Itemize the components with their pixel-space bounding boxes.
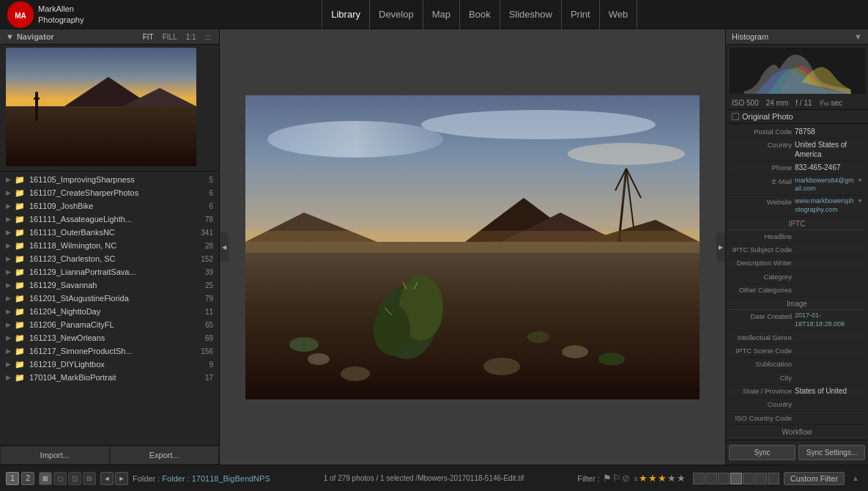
folder-item[interactable]: ▶ 📁 161105_ImprovingSharpness 5: [0, 173, 219, 186]
folder-item-name: 161123_Charleston, SC: [29, 254, 201, 263]
svg-rect-3: [6, 106, 196, 166]
star-2[interactable]: ★: [648, 473, 657, 484]
exif-iso: ISO 500: [732, 99, 759, 107]
folder-item-count: 341: [201, 229, 213, 237]
nav-fit-btn[interactable]: FIT: [141, 33, 156, 41]
folder-name-link[interactable]: Folder : 170118_BigBendNPS: [162, 474, 270, 483]
grid-view-btn[interactable]: ⊞: [39, 472, 52, 485]
nav-custom-btn[interactable]: :::: [203, 33, 213, 41]
filter-flag3-btn[interactable]: ⊘: [622, 473, 630, 484]
import-button[interactable]: Import...: [0, 446, 110, 465]
page-controls: 1 2: [6, 472, 34, 485]
folder-item-count: 25: [205, 281, 213, 289]
folder-item-name: 161204_NighttoDay: [29, 307, 205, 316]
nav-fill-btn[interactable]: FILL: [160, 33, 179, 41]
compare-view-btn[interactable]: ◫: [68, 472, 81, 485]
sync-settings-button[interactable]: Sync Settings...: [798, 445, 865, 460]
folder-item-count: 152: [201, 255, 213, 263]
folder-item[interactable]: ▶ 📁 161109_JoshBike 6: [0, 199, 219, 213]
folder-item[interactable]: ▶ 📁 161118_Wilmington, NC 28: [0, 239, 219, 252]
nav-slideshow[interactable]: Slideshow: [500, 0, 562, 29]
folder-list: ▶ 📁 161105_ImprovingSharpness 5 ▶ 📁 1611…: [0, 169, 219, 445]
folder-item[interactable]: ▶ 📁 161201_StAugustineFlorida 79: [0, 292, 219, 305]
nav-1to1-btn[interactable]: 1:1: [184, 33, 199, 41]
page-1-btn[interactable]: 1: [6, 472, 19, 485]
view-sq-4[interactable]: [730, 473, 742, 484]
navigator-thumbnail[interactable]: [6, 48, 196, 166]
survey-view-btn[interactable]: ⊟: [83, 472, 96, 485]
view-square-btns: [693, 473, 779, 484]
view-sq-3[interactable]: [718, 473, 730, 484]
logo-text: MarkAllen Photography: [38, 4, 84, 25]
folder-item[interactable]: ▶ 📁 161206_PanamaCityFL 65: [0, 318, 219, 331]
folder-icon: 📁: [15, 202, 26, 211]
star-5[interactable]: ★: [677, 473, 686, 484]
folder-icon: 📁: [15, 373, 26, 383]
nav-library[interactable]: Library: [322, 0, 370, 29]
folder-item-name: 161113_OuterBanksNC: [29, 228, 201, 237]
original-photo-checkbox[interactable]: [732, 113, 739, 120]
meta-country2: Country: [729, 398, 865, 411]
page-2-btn[interactable]: 2: [21, 472, 34, 485]
left-collapse-button[interactable]: ◀: [220, 232, 229, 262]
view-sq-7[interactable]: [768, 473, 779, 484]
filter-flag2-btn[interactable]: ⚐: [612, 473, 621, 484]
loupe-view-btn[interactable]: ◻: [53, 472, 67, 485]
view-sq-1[interactable]: [693, 473, 705, 484]
view-sq-6[interactable]: [755, 473, 767, 484]
meta-iptc-subject: IPTC Subject Code: [729, 243, 865, 256]
folder-item[interactable]: ▶ 📁 161219_DIYLightbox 9: [0, 358, 219, 371]
folder-item[interactable]: ▶ 📁 161129_Savannah 25: [0, 278, 219, 292]
folder-arrow-icon: ▶: [6, 321, 15, 328]
email-scroll-btn[interactable]: ►: [856, 177, 865, 183]
folder-item[interactable]: ▶ 📁 161129_LiannaPortraitSava... 39: [0, 265, 219, 278]
folder-item-name: 161109_JoshBike: [29, 202, 209, 210]
svg-point-11: [568, 143, 685, 165]
folder-item[interactable]: ▶ 📁 161123_Charleston, SC 152: [0, 252, 219, 265]
main-photo: [245, 95, 700, 399]
star-4[interactable]: ★: [667, 473, 676, 484]
sync-button[interactable]: Sync: [729, 445, 795, 460]
right-collapse-button[interactable]: ▶: [716, 232, 725, 262]
folder-item[interactable]: ▶ 📁 161107_CreateSharperPhotos 6: [0, 186, 219, 199]
folder-item[interactable]: ▶ 📁 161204_NighttoDay 11: [0, 305, 219, 318]
nav-print[interactable]: Print: [562, 0, 600, 29]
folder-icon: 📁: [15, 294, 26, 303]
folder-item[interactable]: ▶ 📁 161217_SimoneProductSh... 156: [0, 344, 219, 358]
original-photo-label: Original Photo: [742, 112, 793, 121]
view-sq-2[interactable]: [705, 473, 717, 484]
main-area: ▼ Navigator FIT FILL 1:1 :::: [0, 29, 868, 465]
nav-book[interactable]: Book: [460, 0, 500, 29]
custom-filter-button[interactable]: Custom Filter: [784, 472, 845, 485]
nav-map[interactable]: Map: [423, 0, 460, 29]
folder-item-name: 161213_NewOrleans: [29, 333, 205, 342]
filter-flag-btn[interactable]: ⚑: [603, 473, 612, 484]
histogram-title: Histogram: [732, 32, 768, 41]
meta-desc-writer: Description Writer: [729, 256, 865, 270]
next-folder-btn[interactable]: ►: [115, 472, 128, 485]
folder-item[interactable]: ▶ 📁 161113_OuterBanksNC 341: [0, 226, 219, 239]
star-3[interactable]: ★: [658, 473, 667, 484]
folder-icon: 📁: [15, 215, 26, 224]
export-button[interactable]: Export...: [110, 446, 220, 465]
folder-item[interactable]: ▶ 📁 161213_NewOrleans 69: [0, 331, 219, 344]
star-gte-btn[interactable]: ≥: [634, 475, 638, 482]
navigator-title: ▼ Navigator: [6, 32, 54, 41]
svg-point-33: [527, 331, 549, 343]
star-1[interactable]: ★: [639, 473, 648, 484]
filter-label: Filter :: [577, 474, 600, 483]
folder-item-count: 6: [209, 202, 213, 210]
view-sq-5[interactable]: [743, 473, 754, 484]
svg-point-34: [598, 352, 625, 366]
svg-point-28: [308, 353, 330, 365]
nav-develop[interactable]: Develop: [370, 0, 423, 29]
nav-web[interactable]: Web: [600, 0, 638, 29]
prev-folder-btn[interactable]: ◄: [100, 472, 114, 485]
exif-aperture: f / 11: [795, 99, 812, 107]
folder-item[interactable]: ▶ 📁 161111_AssateagueLighth... 78: [0, 213, 219, 226]
expand-filmstrip-btn[interactable]: ▲: [849, 474, 862, 482]
navigator-header: ▼ Navigator FIT FILL 1:1 :::: [0, 29, 219, 45]
folder-arrow-icon: ▶: [6, 308, 15, 315]
website-scroll-btn[interactable]: ►: [856, 197, 865, 204]
folder-item[interactable]: ▶ 📁 170104_MarkBioPortrait 17: [0, 371, 219, 384]
